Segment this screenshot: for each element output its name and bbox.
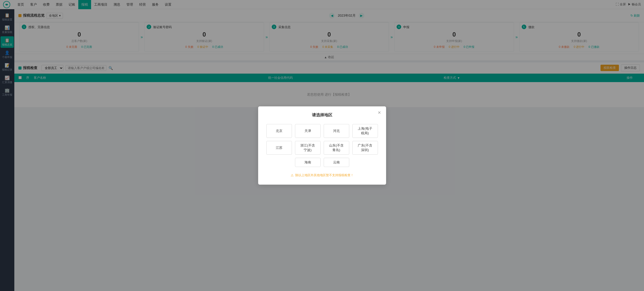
dialog-warning-text: 除以上地区外其他地区暂不支持报税检查！	[295, 173, 354, 177]
region-btn-yunnan[interactable]: 云南	[324, 158, 349, 167]
region-select-dialog: ✕ 请选择地区 北京 天津 河北 上海(电子税局) 江苏 浙江(不含宁波) 山东…	[258, 106, 386, 185]
dialog-close-btn[interactable]: ✕	[376, 109, 383, 116]
dialog-grid: 北京 天津 河北 上海(电子税局) 江苏 浙江(不含宁波) 山东(不含青岛) 广…	[266, 124, 378, 177]
dialog-row-2: 江苏 浙江(不含宁波) 山东(不含青岛) 广东(不含深圳)	[266, 141, 378, 155]
overlay: ✕ 请选择地区 北京 天津 河北 上海(电子税局) 江苏 浙江(不含宁波) 山东…	[0, 0, 644, 291]
region-btn-tianjin[interactable]: 天津	[295, 124, 321, 138]
dialog-warning: ⚠ 除以上地区外其他地区暂不支持报税检查！	[266, 173, 378, 177]
region-btn-guangdong[interactable]: 广东(不含深圳)	[352, 141, 378, 155]
dialog-row-3: 海南 云南	[266, 158, 378, 167]
region-btn-shandong[interactable]: 山东(不含青岛)	[324, 141, 349, 155]
region-btn-hainan[interactable]: 海南	[295, 158, 321, 167]
region-btn-shanghai[interactable]: 上海(电子税局)	[352, 124, 378, 138]
dialog-row-1: 北京 天津 河北 上海(电子税局)	[266, 124, 378, 138]
region-btn-hebei[interactable]: 河北	[324, 124, 349, 138]
warning-icon: ⚠	[291, 173, 294, 177]
region-btn-beijing[interactable]: 北京	[266, 124, 292, 138]
region-btn-jiangsu[interactable]: 江苏	[266, 141, 292, 155]
dialog-title: 请选择地区	[266, 113, 378, 118]
region-btn-zhejiang[interactable]: 浙江(不含宁波)	[295, 141, 321, 155]
